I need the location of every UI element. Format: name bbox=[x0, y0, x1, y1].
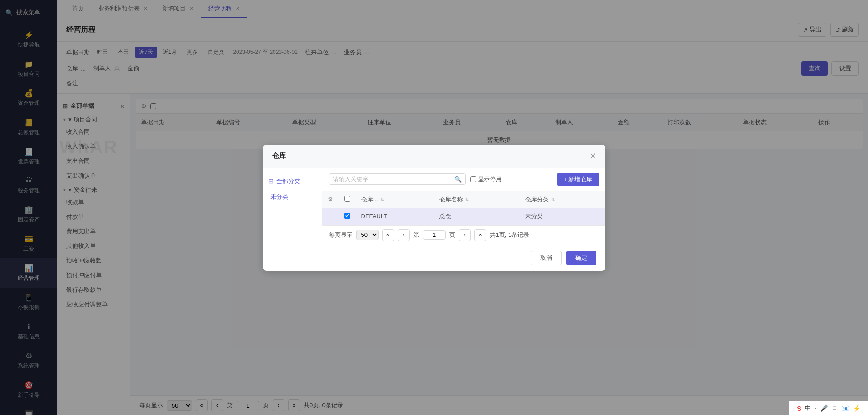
modal-warehouse-table: ⚙ 仓库... ⇅ 仓库名称 ⇅ bbox=[322, 191, 605, 225]
modal-footer: 取消 确定 bbox=[263, 245, 605, 271]
th-name: 仓库名称 ⇅ bbox=[434, 191, 520, 208]
modal-page-unit: 页 bbox=[449, 231, 455, 239]
modal-unclassified[interactable]: 未分类 bbox=[263, 189, 322, 205]
modal-search-icon: 🔍 bbox=[454, 176, 462, 183]
all-categories-label: 全部分类 bbox=[276, 177, 300, 185]
modal-prev-page[interactable]: ‹ bbox=[398, 229, 410, 241]
modal-per-page-label: 每页显示 bbox=[329, 231, 352, 239]
modal-total-label: 共1页, 1条记录 bbox=[490, 231, 530, 239]
modal-overlay[interactable]: 仓库 ✕ ⊞ 全部分类 未分类 bbox=[0, 0, 868, 415]
modal-page-label: 第 bbox=[413, 231, 419, 239]
taskbar-dot-icon: • bbox=[815, 405, 816, 411]
taskbar-mail-icon: 📧 bbox=[842, 404, 849, 412]
row-code: DEFAULT bbox=[356, 208, 434, 225]
modal-next-page[interactable]: › bbox=[459, 229, 471, 241]
taskbar-flash-icon: ⚡ bbox=[853, 404, 861, 412]
modal-table-body: DEFAULT 总仓 未分类 bbox=[322, 208, 605, 225]
row-checkbox-cell bbox=[339, 208, 356, 225]
modal-left-panel: ⊞ 全部分类 未分类 bbox=[263, 168, 322, 245]
taskbar-s-icon: S bbox=[797, 404, 801, 412]
modal-last-page[interactable]: » bbox=[474, 229, 486, 241]
taskbar-zh-icon: 中 bbox=[805, 404, 811, 412]
modal-pagination: 每页显示 50 « ‹ 第 页 › » 共1页, 1条记录 bbox=[322, 225, 605, 245]
modal-first-page[interactable]: « bbox=[382, 229, 394, 241]
modal-close-button[interactable]: ✕ bbox=[589, 151, 596, 161]
cancel-button[interactable]: 取消 bbox=[531, 251, 562, 265]
taskbar: S 中 • 🎤 🖥 📧 ⚡ bbox=[789, 401, 868, 415]
row-name: 总仓 bbox=[434, 208, 520, 225]
modal-table-row[interactable]: DEFAULT 总仓 未分类 bbox=[322, 208, 605, 225]
modal-header: 仓库 ✕ bbox=[263, 145, 605, 168]
modal-search-input[interactable] bbox=[333, 176, 452, 183]
show-disabled-label[interactable]: 显示停用 bbox=[470, 175, 502, 184]
row-category: 未分类 bbox=[520, 208, 605, 225]
grid-icon-2: ⊞ bbox=[268, 178, 274, 184]
taskbar-screen-icon: 🖥 bbox=[831, 404, 838, 412]
modal-select-all[interactable] bbox=[344, 196, 350, 202]
modal-right-panel: 🔍 显示停用 + 新增仓库 ⚙ bbox=[322, 168, 605, 245]
sort-name-icon: ⇅ bbox=[465, 197, 469, 202]
modal-table-wrap: ⚙ 仓库... ⇅ 仓库名称 ⇅ bbox=[322, 191, 605, 225]
modal-table-header: ⚙ 仓库... ⇅ 仓库名称 ⇅ bbox=[322, 191, 605, 208]
modal-all-categories[interactable]: ⊞ 全部分类 bbox=[263, 173, 322, 189]
modal-page-input[interactable] bbox=[423, 230, 446, 240]
show-disabled-text: 显示停用 bbox=[478, 175, 502, 184]
modal-search-box[interactable]: 🔍 bbox=[329, 173, 466, 185]
sort-category-icon: ⇅ bbox=[551, 197, 555, 202]
modal-body: ⊞ 全部分类 未分类 🔍 显示停用 bbox=[263, 168, 605, 245]
row-gear bbox=[322, 208, 339, 225]
taskbar-mic-icon: 🎤 bbox=[820, 404, 828, 412]
confirm-button[interactable]: 确定 bbox=[566, 251, 596, 265]
row-checkbox[interactable] bbox=[344, 213, 350, 219]
modal-toolbar: 🔍 显示停用 + 新增仓库 bbox=[322, 168, 605, 191]
th-code: 仓库... ⇅ bbox=[356, 191, 434, 208]
th-gear: ⚙ bbox=[322, 191, 339, 208]
modal-per-page-select[interactable]: 50 bbox=[356, 230, 379, 240]
warehouse-modal: 仓库 ✕ ⊞ 全部分类 未分类 bbox=[263, 145, 605, 271]
modal-gear-icon[interactable]: ⚙ bbox=[328, 196, 333, 203]
add-warehouse-button[interactable]: + 新增仓库 bbox=[557, 173, 599, 186]
th-checkbox bbox=[339, 191, 356, 208]
show-disabled-checkbox[interactable] bbox=[470, 176, 476, 182]
sort-code-icon: ⇅ bbox=[380, 197, 384, 202]
th-category: 仓库分类 ⇅ bbox=[520, 191, 605, 208]
modal-title: 仓库 bbox=[272, 152, 286, 160]
